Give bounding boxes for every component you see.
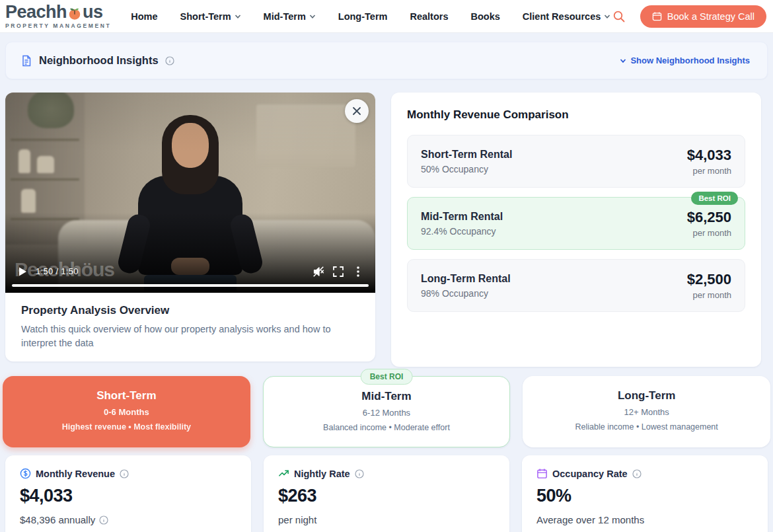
close-icon (351, 106, 362, 116)
row-name: Mid-Term Rental (421, 211, 503, 223)
row-amount: $6,250 (687, 209, 731, 226)
video-timestamp: 1:50 / 1:50 (36, 266, 79, 276)
brand-tagline: PROPERTY MANAGEMENT (5, 22, 111, 29)
comparison-row-mid-term[interactable]: Best ROI Mid-Term Rental 92.4% Occupancy… (407, 197, 745, 250)
document-icon (20, 55, 32, 67)
book-strategy-call-button[interactable]: Book a Strategy Call (640, 5, 766, 28)
stat-value: $263 (278, 486, 495, 506)
nav-item-short-term[interactable]: Short-Term (180, 11, 241, 22)
info-icon[interactable] (165, 56, 174, 65)
stat-subvalue: Average over 12 months (536, 514, 644, 525)
tab-mid-term[interactable]: Best ROI Mid-Term 6-12 Months Balanced i… (263, 376, 511, 447)
insights-title: Neighborhood Insights (39, 54, 159, 67)
info-icon[interactable] (120, 469, 129, 478)
video-progress-bar[interactable] (12, 284, 369, 287)
monthly-revenue-card: Monthly Revenue $4,033 $48,396 annually … (5, 455, 251, 532)
chevron-down-icon (309, 13, 316, 20)
show-insights-toggle[interactable]: Show Neighborhood Insights (620, 56, 750, 65)
tab-long-term[interactable]: Long-Term 12+ Months Reliable income • L… (523, 376, 770, 447)
brand-logo[interactable]: Peachh us PROPERTY MANAGEMENT (5, 3, 111, 29)
main-nav: Home Short-Term Mid-Term Long-Term Realt… (131, 11, 610, 22)
calendar-icon (652, 11, 662, 21)
row-occupancy: 92.4% Occupancy (421, 226, 503, 237)
chevron-down-icon (620, 57, 626, 64)
nightly-rate-card: Nightly Rate $263 per night Based on nea… (264, 455, 509, 532)
nav-item-client-resources[interactable]: Client Resources (523, 11, 610, 22)
chevron-down-icon (235, 13, 241, 20)
insights-header: Neighborhood Insights (20, 54, 174, 67)
video-controls: 1:50 / 1:50 (5, 265, 375, 278)
brand-name: Peachh us (5, 3, 111, 21)
muted-volume-icon[interactable] (312, 265, 325, 278)
nav-item-books[interactable]: Books (470, 11, 499, 22)
calendar-icon (536, 468, 548, 479)
row-period: per month (687, 290, 731, 300)
nav-item-long-term[interactable]: Long-Term (338, 11, 388, 22)
video-card: Peachhöus 1:50 / 1:50 Property Analysis … (5, 93, 375, 361)
row-occupancy: 50% Occupancy (421, 164, 512, 174)
stat-subvalue: per night (278, 514, 316, 525)
info-icon[interactable] (355, 469, 364, 478)
stat-value: $4,033 (20, 486, 237, 506)
top-nav: Peachh us PROPERTY MANAGEMENT Home Short… (0, 0, 773, 33)
tab-short-term[interactable]: Short-Term 0-6 Months Highest revenue • … (3, 376, 250, 447)
video-player[interactable]: Peachhöus 1:50 / 1:50 (5, 93, 375, 293)
peach-icon (67, 6, 82, 20)
info-icon[interactable] (632, 469, 642, 478)
video-title: Property Analysis Overview (21, 304, 359, 317)
row-occupancy: 98% Occupancy (421, 288, 511, 299)
video-description: Watch this quick overview of how our pro… (21, 323, 359, 350)
comparison-row-short-term[interactable]: Short-Term Rental 50% Occupancy $4,033 p… (407, 135, 745, 188)
info-icon[interactable] (99, 515, 108, 525)
best-roi-badge: Best ROI (361, 369, 413, 385)
neighborhood-insights-bar: Neighborhood Insights Show Neighborhood … (5, 42, 768, 79)
brand-name-right: us (83, 3, 103, 21)
stat-subvalue: $48,396 annually (20, 514, 95, 525)
row-name: Long-Term Rental (421, 273, 511, 285)
occupancy-rate-card: Occupancy Rate 50% Average over 12 month… (522, 455, 768, 532)
comparison-title: Monthly Revenue Comparison (407, 108, 745, 122)
dollar-circle-icon (20, 468, 31, 479)
stat-value: 50% (536, 486, 753, 506)
nav-item-mid-term[interactable]: Mid-Term (264, 11, 316, 22)
row-period: per month (687, 228, 731, 238)
trending-up-icon (278, 468, 289, 479)
nav-actions: Book a Strategy Call (612, 5, 766, 28)
best-roi-badge: Best ROI (691, 192, 738, 205)
content-grid: Peachhöus 1:50 / 1:50 Property Analysis … (0, 79, 773, 367)
kebab-menu-icon[interactable] (351, 265, 365, 278)
fullscreen-icon[interactable] (332, 265, 345, 278)
row-period: per month (687, 166, 731, 176)
nav-item-realtors[interactable]: Realtors (410, 11, 448, 22)
stat-cards: Monthly Revenue $4,033 $48,396 annually … (0, 447, 773, 532)
row-name: Short-Term Rental (421, 149, 512, 161)
term-tabs: Short-Term 0-6 Months Highest revenue • … (0, 367, 773, 447)
close-video-button[interactable] (345, 99, 369, 123)
brand-name-left: Peachh (5, 3, 67, 21)
search-icon[interactable] (612, 10, 626, 23)
chevron-down-icon (604, 13, 610, 20)
row-amount: $2,500 (687, 271, 731, 288)
nav-item-home[interactable]: Home (131, 11, 157, 22)
video-info: Property Analysis Overview Watch this qu… (5, 293, 375, 361)
play-icon[interactable] (16, 265, 29, 278)
revenue-comparison-card: Monthly Revenue Comparison Short-Term Re… (391, 93, 761, 367)
row-amount: $4,033 (687, 147, 731, 164)
comparison-row-long-term[interactable]: Long-Term Rental 98% Occupancy $2,500 pe… (407, 259, 745, 312)
